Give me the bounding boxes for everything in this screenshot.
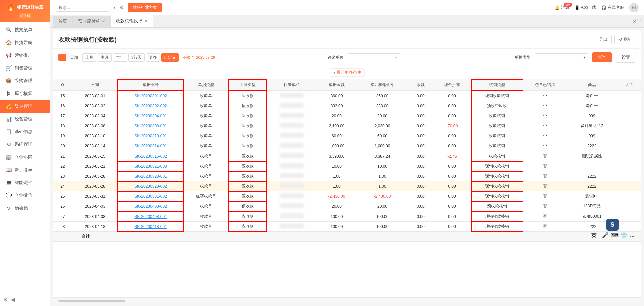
row-verify-type: 现销收款核销 <box>471 222 523 232</box>
order-link[interactable]: SK-20230321-003 <box>134 164 167 169</box>
online-service-button[interactable]: 🎧 在线客服 <box>601 5 624 10</box>
horizontal-scrollbar[interactable] <box>53 297 641 303</box>
sidebar-item-quick-nav[interactable]: 🏠快捷导航 <box>0 36 50 49</box>
partner-input[interactable]: ··· <box>348 53 401 61</box>
row-date: 2023-03-02 <box>72 101 118 111</box>
last-7-days-btn[interactable]: 近7天 <box>128 53 145 62</box>
scroll-track[interactable] <box>58 300 125 302</box>
col-product[interactable]: 商品 <box>568 79 616 91</box>
row-balance: 0.00 <box>408 151 433 161</box>
sidebar-item-hardware[interactable]: 💻智能硬件 <box>0 176 50 189</box>
row-product2 <box>616 141 641 151</box>
custom-date-btn[interactable]: 自定义 <box>161 53 179 62</box>
row-verified-amount: 3,387.24 <box>357 151 408 161</box>
sidebar-item-purchase[interactable]: 📦采购管理 <box>0 74 50 87</box>
order-link[interactable]: SK-20230302-002 <box>134 104 167 108</box>
col-order-no[interactable]: 单据编号 <box>118 79 183 91</box>
maximize-button[interactable]: ⛶ <box>637 19 641 24</box>
sidebar-item-sales[interactable]: 🛒销售管理 <box>0 62 50 74</box>
query-button[interactable]: 查询 <box>592 52 612 62</box>
dropdown-chevron-icon[interactable]: ▾ <box>113 5 115 10</box>
search-input[interactable] <box>56 4 109 12</box>
this-month-btn[interactable]: 本月 <box>98 53 112 62</box>
receipt-type-select[interactable]: ▾ <box>535 53 588 61</box>
settings-button[interactable]: 设置 <box>616 52 636 63</box>
search-icon: 🔍 <box>5 27 12 33</box>
this-year-btn[interactable]: 本年 <box>113 53 127 62</box>
topbar: ▾ ⚙ 体验行业方案 🔔 消息 99+ 📱 App下载 🎧 在线客服 Rit <box>50 0 644 15</box>
row-receipt-type: 收款单 <box>183 211 228 222</box>
avatar[interactable]: Rit <box>629 3 639 12</box>
row-balance: 0.00 <box>408 222 433 232</box>
order-link[interactable]: SK-20230314-001 <box>134 144 167 148</box>
filter-toggle-button[interactable]: » <box>58 54 66 61</box>
col-date[interactable]: 日期 <box>72 79 118 91</box>
row-id: 17 <box>53 111 72 121</box>
refresh-button[interactable]: ↺ 刷新 <box>614 35 636 44</box>
col-receipt-type[interactable]: 单据类型 <box>183 79 228 91</box>
col-biz-type[interactable]: 业务类型 <box>228 79 267 91</box>
order-link[interactable]: SK-20230328-001 <box>134 174 167 179</box>
order-link[interactable]: SK-20230308-001 <box>134 124 167 128</box>
app-download-button[interactable]: 📱 App下载 <box>575 5 596 10</box>
expand-filter-button[interactable]: ▾ 展开更多条件 <box>330 68 365 77</box>
order-link[interactable]: SK-20230304-001 <box>134 114 167 118</box>
col-partner[interactable]: 往来单位 <box>267 79 317 91</box>
order-link[interactable]: SK-20230301-002 <box>134 94 167 98</box>
tab-home[interactable]: 首页 <box>53 16 73 27</box>
sidebar-item-guide[interactable]: 📖新手引导 <box>0 164 50 176</box>
row-biz-type: 应收款 <box>228 141 267 151</box>
row-verify-type: 现销收款核销 <box>471 191 523 201</box>
sidebar-item-search[interactable]: 🔍搜索菜单 <box>0 23 50 36</box>
col-verified-amount[interactable]: 累计核销金额 <box>357 79 408 91</box>
col-settings[interactable]: ⚙ <box>53 79 72 91</box>
close-tab-pre-receipt-icon[interactable]: ✕ <box>102 19 105 24</box>
sidebar-item-corp[interactable]: 🏢企业协同 <box>0 151 50 164</box>
row-balance: 0.00 <box>408 121 433 131</box>
row-product2 <box>616 111 641 121</box>
close-all-tabs-button[interactable]: ✕ <box>633 19 637 24</box>
sidebar-item-system[interactable]: ⚙系统管理 <box>0 138 50 151</box>
sidebar-item-ops[interactable]: 📊经营管理 <box>0 113 50 125</box>
col-included[interactable]: 包含已结清 <box>523 79 568 91</box>
tab-receipt-exec[interactable]: 收款核销执行 ✕ <box>111 15 153 27</box>
order-link[interactable]: SK-20230331-002 <box>134 194 167 199</box>
settings-gear-icon[interactable]: ⚙ <box>3 296 8 303</box>
tab-pre-receipt[interactable]: 预收应付单 ✕ <box>73 16 111 27</box>
row-verify-type: 预收中应收 <box>471 101 523 111</box>
messages-button[interactable]: 🔔 消息 99+ <box>555 5 569 10</box>
row-included: 否 <box>523 111 568 121</box>
order-link[interactable]: SK-20230328-002 <box>134 184 167 189</box>
order-link[interactable]: SK-20230403-002 <box>134 204 167 209</box>
col-balance[interactable]: 余额 <box>408 79 433 91</box>
order-link[interactable]: SK-20230408-001 <box>134 214 167 219</box>
sidebar-item-wechat[interactable]: 💬企业微信 <box>0 189 50 202</box>
row-product: 2222 <box>568 141 616 151</box>
sidebar-item-finance[interactable]: 💰资金管理 <box>0 100 50 113</box>
total-row: 合计 <box>53 232 641 242</box>
solution-button[interactable]: 体验行业方案 <box>128 3 162 12</box>
col-verify-type[interactable]: 核销类型 <box>471 79 523 91</box>
order-link[interactable]: SK-20230315-002 <box>134 154 167 159</box>
row-amount: 1.00 <box>317 171 357 181</box>
more-date-btn[interactable]: 更多 <box>146 53 160 62</box>
col-discount[interactable]: 现金折扣 <box>433 79 471 91</box>
topbar-gear-icon[interactable]: ⚙ <box>119 4 124 11</box>
row-order-no: SK-20230408-001 <box>118 211 183 222</box>
col-amount[interactable]: 单据金额 <box>317 79 357 91</box>
table-row: 24 2023-03-28 SK-20230328-002 收款单 应收款 1.… <box>53 181 641 191</box>
collapse-icon[interactable]: ◀ <box>11 296 15 303</box>
order-link[interactable]: SK-20230418-001 <box>134 224 167 229</box>
sidebar-item-inventory[interactable]: 🗄库存核算 <box>0 87 50 100</box>
row-biz-type: 应收款 <box>228 151 267 161</box>
wechat-icon: 💬 <box>5 192 12 198</box>
sidebar-item-basic[interactable]: 📋基础信息 <box>0 125 50 138</box>
sidebar-item-marketing[interactable]: 📢营销推广 <box>0 49 50 62</box>
last-month-btn[interactable]: 上月 <box>82 53 96 62</box>
col-product2[interactable]: 商品 <box>616 79 641 91</box>
select-arrow-icon: ▾ <box>583 55 585 60</box>
order-link[interactable]: SK-20230310-001 <box>134 134 167 138</box>
close-tab-receipt-exec-icon[interactable]: ✕ <box>144 19 147 23</box>
sidebar-item-member[interactable]: V畅会员 <box>0 202 50 215</box>
export-button[interactable]: ↑ 导出 <box>592 35 612 44</box>
